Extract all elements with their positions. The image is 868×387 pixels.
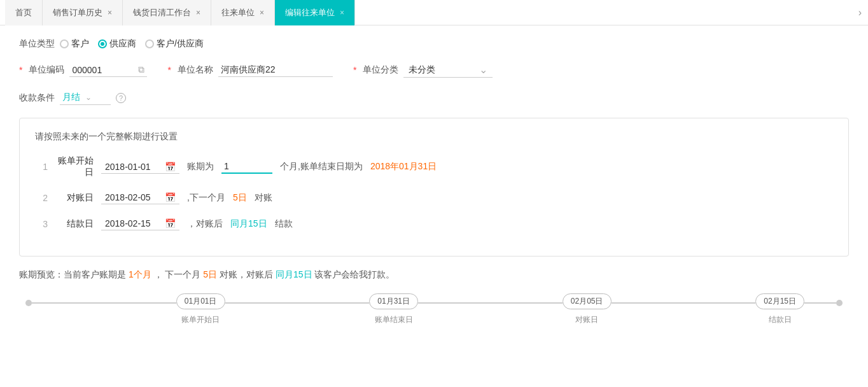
radio-both-label: 客户/供应商 xyxy=(157,38,204,50)
tab-edit-counterpart[interactable]: 编辑往来单位 × xyxy=(275,0,355,25)
tab-counterpart-label: 往来单位 xyxy=(221,7,255,18)
billing-label-2: 对账日 xyxy=(55,192,94,204)
unit-category-star: * xyxy=(353,65,356,75)
payment-terms-group: 收款条件 月结 ⌄ ? xyxy=(19,90,126,105)
tab-cash-daily[interactable]: 钱货日清工作台 × xyxy=(123,0,211,25)
payment-terms-help-icon[interactable]: ? xyxy=(116,93,126,103)
billing-period-unit: 个月,账单结束日期为 xyxy=(280,161,363,172)
main-content: 单位类型 客户 供应商 客户/供应商 * 单位编码 xyxy=(0,25,868,387)
tab-edit-counterpart-close[interactable]: × xyxy=(340,8,344,17)
timeline-left-dot xyxy=(25,300,32,306)
unit-code-copy-icon[interactable]: ⧉ xyxy=(138,64,144,75)
timeline-line-3 xyxy=(418,302,563,304)
radio-both-circle xyxy=(145,39,154,48)
timeline-line-end xyxy=(804,302,836,304)
tab-home[interactable]: 首页 xyxy=(5,0,43,25)
payment-terms-select[interactable]: 月结 ⌄ xyxy=(60,90,111,105)
timeline-line-4 xyxy=(612,302,756,304)
payment-terms-value: 月结 xyxy=(62,92,80,103)
billing-date-1-input[interactable] xyxy=(105,162,162,172)
radio-supplier[interactable]: 供应商 xyxy=(98,38,136,50)
preview-part3-teal: 同月15日 xyxy=(276,269,312,279)
tab-counterpart[interactable]: 往来单位 × xyxy=(211,0,275,25)
payment-terms-row: 收款条件 月结 ⌄ ? xyxy=(19,90,849,105)
timeline-caption-1: 账单开始日 xyxy=(181,314,220,325)
billing-date-3-wrapper: 📅 xyxy=(101,217,179,230)
billing-label-1: 账单开始日 xyxy=(55,155,94,178)
billing-row3-suffix-teal: 同月15日 xyxy=(230,218,267,230)
payment-terms-chevron-icon: ⌄ xyxy=(85,93,92,102)
timeline-badge-2: 01月31日 xyxy=(369,293,418,309)
preview-label: 账期预览：当前客户账期是 xyxy=(19,269,126,279)
billing-period-input[interactable] xyxy=(221,160,272,174)
card-hint: 请按照未来的一个完整帐期进行设置 xyxy=(35,131,833,143)
unit-category-label: 单位分类 xyxy=(363,64,398,76)
timeline-badge-3: 02月05日 xyxy=(563,293,612,309)
radio-both[interactable]: 客户/供应商 xyxy=(145,38,204,50)
unit-type-group: 单位类型 客户 供应商 客户/供应商 xyxy=(19,38,204,50)
billing-row2-suffix-after: 对账 xyxy=(255,192,272,204)
timeline-right-dot-wrapper xyxy=(804,300,843,306)
billing-period-label: 账期为 xyxy=(187,161,214,172)
unit-name-input[interactable] xyxy=(218,64,333,77)
unit-category-group: * 单位分类 未分类 ⌄ xyxy=(353,62,493,78)
tab-cash-daily-label: 钱货日清工作台 xyxy=(133,7,191,18)
radio-supplier-circle xyxy=(98,39,107,48)
billing-date-3-calendar-icon[interactable]: 📅 xyxy=(165,218,176,229)
timeline-point-1: 01月01日 账单开始日 xyxy=(176,293,225,325)
timeline-point-3: 02月05日 对账日 xyxy=(563,293,612,325)
billing-date-3-input[interactable] xyxy=(105,218,162,229)
timeline-segment-3 xyxy=(418,293,563,304)
billing-period-end: 2018年01月31日 xyxy=(370,161,437,172)
unit-category-value: 未分类 xyxy=(409,64,435,76)
preview-part2-after: 对账，对账后 xyxy=(220,269,273,279)
billing-row3-suffix-before: ，对账后 xyxy=(187,218,223,230)
billing-date-1-calendar-icon[interactable]: 📅 xyxy=(165,162,176,172)
preview-part2-before: 下一个月 xyxy=(165,269,200,279)
timeline-badge-4: 02月15日 xyxy=(755,293,804,309)
tab-home-label: 首页 xyxy=(15,7,32,18)
preview-part1: 1个月 xyxy=(129,269,151,279)
unit-code-group: * 单位编码 ⧉ xyxy=(19,63,147,77)
billing-num-3: 3 xyxy=(35,219,48,229)
timeline-end-dot xyxy=(836,300,843,306)
radio-supplier-label: 供应商 xyxy=(109,38,136,50)
unit-code-input[interactable] xyxy=(72,65,136,75)
unit-type-label: 单位类型 xyxy=(19,38,55,50)
radio-customer-label: 客户 xyxy=(71,38,89,50)
preview-sep1: ， xyxy=(154,269,163,279)
timeline-caption-4: 结款日 xyxy=(769,314,792,325)
timeline-caption-2: 账单结束日 xyxy=(375,314,413,325)
billing-num-1: 1 xyxy=(35,162,48,172)
tab-cash-daily-close[interactable]: × xyxy=(196,8,200,17)
billing-row-1: 1 账单开始日 📅 账期为 个月,账单结束日期为 2018年01月31日 xyxy=(35,155,833,178)
unit-name-star: * xyxy=(167,65,171,75)
billing-num-2: 2 xyxy=(35,193,48,203)
billing-row-3: 3 结款日 📅 ，对账后 同月15日 结款 xyxy=(35,217,833,230)
billing-row2-suffix-orange: 5日 xyxy=(233,192,247,204)
tabs-scroll-arrow[interactable]: › xyxy=(852,7,868,18)
billing-row-2: 2 对账日 📅 ,下一个月 5日 对账 xyxy=(35,191,833,204)
timeline-line-2 xyxy=(225,302,370,304)
billing-settings-card: 请按照未来的一个完整帐期进行设置 1 账单开始日 📅 账期为 个月,账单结束日期… xyxy=(19,118,849,257)
timeline-badge-1: 01月01日 xyxy=(176,293,225,309)
unit-info-row: * 单位编码 ⧉ * 单位名称 * 单位分类 未分类 ⌄ xyxy=(19,62,849,78)
billing-date-2-wrapper: 📅 xyxy=(101,191,179,204)
tab-sales-history-label: 销售订单历史 xyxy=(53,7,102,18)
timeline-caption-3: 对账日 xyxy=(575,314,598,325)
unit-category-select[interactable]: 未分类 ⌄ xyxy=(403,62,493,78)
unit-name-group: * 单位名称 xyxy=(167,64,332,77)
preview-part2-orange: 5日 xyxy=(203,269,217,279)
billing-date-2-calendar-icon[interactable]: 📅 xyxy=(165,192,176,202)
timeline-point-4: 02月15日 结款日 xyxy=(755,293,804,325)
tab-edit-counterpart-label: 编辑往来单位 xyxy=(285,7,335,18)
unit-name-label: 单位名称 xyxy=(178,64,213,76)
tab-counterpart-close[interactable]: × xyxy=(260,8,264,17)
preview-part3-after: 该客户会给我打款。 xyxy=(314,269,395,279)
billing-label-3: 结款日 xyxy=(55,218,94,230)
radio-customer[interactable]: 客户 xyxy=(60,38,89,50)
tab-sales-history[interactable]: 销售订单历史 × xyxy=(43,0,123,25)
billing-date-2-input[interactable] xyxy=(105,192,162,202)
unit-code-star: * xyxy=(19,65,22,75)
tab-sales-history-close[interactable]: × xyxy=(108,8,112,17)
